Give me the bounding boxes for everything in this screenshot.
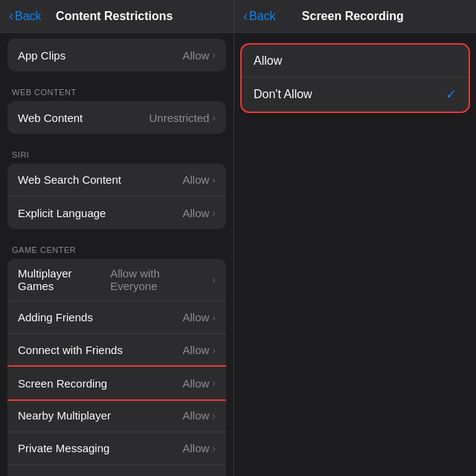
adding-friends-chevron-icon: › — [212, 312, 216, 324]
screen-recording-options-group: Allow Don't Allow ✓ — [242, 45, 469, 112]
right-panel: ‹ Back Screen Recording Allow Don't Allo… — [234, 0, 476, 476]
multiplayer-games-chevron-icon: › — [212, 274, 216, 286]
private-messaging-label: Private Messaging — [18, 442, 109, 454]
nearby-multiplayer-label: Nearby Multiplayer — [18, 409, 111, 422]
adding-friends-value: Allow — [182, 311, 209, 324]
web-content-group: Web Content Unrestricted › — [7, 101, 226, 134]
nearby-multiplayer-value: Allow — [182, 409, 209, 422]
screen-recording-row[interactable]: Screen Recording Allow › — [7, 367, 226, 399]
dont-allow-option-label: Don't Allow — [254, 88, 312, 101]
adding-friends-label: Adding Friends — [18, 311, 93, 324]
web-content-chevron-icon: › — [212, 112, 216, 123]
allow-option-label: Allow — [254, 54, 282, 68]
dont-allow-checkmark-icon: ✓ — [446, 86, 457, 103]
web-content-row[interactable]: Web Content Unrestricted › — [7, 101, 226, 134]
app-clips-label: App Clips — [18, 49, 65, 62]
adding-friends-right: Allow › — [182, 311, 216, 324]
left-panel: ‹ Back Content Restrictions App Clips Al… — [0, 0, 234, 476]
siri-section-label: SIRI — [0, 140, 234, 164]
screen-recording-inner: Screen Recording Allow › — [7, 367, 226, 399]
private-messaging-chevron-icon: › — [212, 443, 216, 454]
web-content-right: Unrestricted › — [149, 112, 216, 124]
app-clips-chevron-icon: › — [212, 49, 216, 61]
explicit-language-row[interactable]: Explicit Language Allow › — [7, 196, 226, 229]
connect-friends-right: Allow › — [182, 344, 216, 356]
multiplayer-games-value: Allow with Everyone — [110, 267, 209, 292]
web-search-chevron-icon: › — [212, 174, 216, 186]
multiplayer-games-right: Allow with Everyone › — [110, 267, 216, 292]
connect-friends-chevron-icon: › — [212, 344, 216, 356]
screen-recording-label: Screen Recording — [18, 377, 107, 390]
screen-recording-right: Allow › — [182, 377, 216, 390]
explicit-language-chevron-icon: › — [212, 207, 216, 219]
dont-allow-option-row[interactable]: Don't Allow ✓ — [242, 77, 469, 112]
private-messaging-right: Allow › — [182, 442, 216, 454]
game-center-section-label: GAME CENTER — [0, 235, 234, 259]
right-nav-bar: ‹ Back Screen Recording — [234, 0, 476, 33]
app-clips-right: Allow › — [182, 49, 216, 62]
explicit-language-right: Allow › — [182, 207, 216, 219]
private-messaging-value: Allow — [182, 442, 209, 454]
nearby-multiplayer-chevron-icon: › — [212, 410, 216, 422]
web-content-section-label: WEB CONTENT — [0, 77, 234, 101]
multiplayer-games-label: Multiplayer Games — [18, 267, 110, 292]
profile-privacy-row[interactable]: Profile Privacy Changes Allow › — [7, 465, 226, 476]
adding-friends-row[interactable]: Adding Friends Allow › — [7, 301, 226, 334]
left-nav-bar: ‹ Back Content Restrictions — [0, 0, 234, 33]
game-center-group: Multiplayer Games Allow with Everyone › … — [7, 259, 226, 476]
web-search-row[interactable]: Web Search Content Allow › — [7, 164, 226, 196]
connect-friends-row[interactable]: Connect with Friends Allow › — [7, 334, 226, 367]
siri-group: Web Search Content Allow › Explicit Lang… — [7, 164, 226, 229]
left-nav-title: Content Restrictions — [4, 10, 225, 23]
app-clips-value: Allow — [182, 49, 209, 62]
multiplayer-games-row[interactable]: Multiplayer Games Allow with Everyone › — [7, 259, 226, 301]
explicit-language-label: Explicit Language — [18, 207, 106, 219]
app-clips-group: App Clips Allow › — [7, 39, 226, 71]
right-nav-title: Screen Recording — [239, 10, 467, 23]
nearby-multiplayer-right: Allow › — [182, 409, 216, 422]
web-content-value: Unrestricted — [149, 112, 209, 124]
screen-recording-value: Allow — [182, 377, 209, 390]
app-clips-row[interactable]: App Clips Allow › — [7, 39, 226, 71]
web-content-label: Web Content — [18, 112, 83, 124]
allow-option-row[interactable]: Allow — [242, 45, 469, 77]
web-search-right: Allow › — [182, 173, 216, 186]
nearby-multiplayer-row[interactable]: Nearby Multiplayer Allow › — [7, 399, 226, 432]
screen-recording-chevron-icon: › — [212, 377, 216, 389]
connect-friends-label: Connect with Friends — [18, 344, 123, 356]
private-messaging-row[interactable]: Private Messaging Allow › — [7, 432, 226, 465]
explicit-language-value: Allow — [182, 207, 209, 219]
web-search-value: Allow — [182, 173, 209, 186]
connect-friends-value: Allow — [182, 344, 209, 356]
web-search-label: Web Search Content — [18, 173, 121, 186]
